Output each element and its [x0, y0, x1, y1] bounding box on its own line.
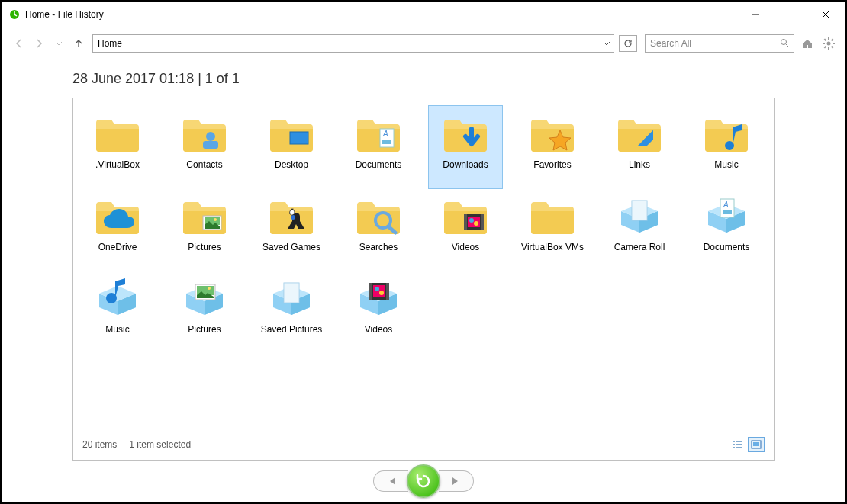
file-item[interactable]: ADocuments [690, 188, 763, 271]
svg-rect-50 [373, 285, 385, 297]
window-title: Home - File History [25, 9, 738, 20]
item-icon [615, 194, 664, 237]
item-label: Downloads [443, 159, 488, 170]
svg-rect-2 [787, 11, 794, 18]
search-input[interactable]: Search All [645, 34, 794, 53]
item-icon [93, 112, 142, 155]
next-version-button[interactable] [439, 470, 474, 492]
item-label: Links [629, 159, 650, 170]
item-icon [528, 112, 577, 155]
status-bar: 20 items 1 item selected [81, 434, 766, 455]
file-item[interactable]: Music [81, 271, 154, 353]
item-label: OneDrive [98, 242, 137, 252]
item-label: Pictures [188, 324, 221, 335]
item-icon [267, 194, 316, 237]
file-item[interactable]: Contacts [168, 106, 241, 188]
icons-view-button[interactable] [748, 437, 765, 452]
svg-rect-32 [481, 214, 484, 230]
file-item[interactable]: Videos [429, 188, 502, 271]
restore-button[interactable] [407, 464, 440, 498]
svg-line-12 [824, 39, 826, 40]
item-label: Contacts [186, 159, 222, 170]
recent-dropdown[interactable] [50, 34, 68, 53]
file-pane: .VirtualBoxContactsDesktopADocumentsDown… [72, 98, 775, 461]
search-icon [780, 38, 789, 50]
item-icon [441, 194, 490, 237]
selection-count: 1 item selected [129, 439, 191, 450]
file-item[interactable]: Links [603, 106, 676, 188]
item-icon [528, 194, 577, 237]
home-icon[interactable] [799, 35, 816, 52]
item-icon [180, 112, 229, 155]
file-item[interactable]: .VirtualBox [81, 106, 154, 188]
svg-point-44 [208, 287, 211, 290]
previous-version-button[interactable] [373, 470, 408, 492]
titlebar: Home - File History [2, 2, 845, 27]
svg-point-27 [291, 215, 295, 220]
svg-point-34 [469, 218, 474, 223]
item-icon [267, 112, 316, 155]
item-icon [354, 194, 403, 237]
svg-rect-31 [464, 214, 467, 230]
file-item[interactable]: Saved Games [255, 188, 328, 271]
file-item[interactable]: Videos [342, 271, 415, 353]
item-label: Music [714, 159, 738, 170]
toolbar: Home Search All [2, 30, 845, 57]
content-area: 28 June 2017 01:18 | 1 of 1 .VirtualBoxC… [2, 57, 845, 461]
item-icon [93, 194, 142, 237]
item-label: Documents [356, 159, 402, 170]
file-history-window: Home - File History Home Search All 28 J… [2, 2, 845, 502]
item-icon [615, 112, 664, 155]
file-item[interactable]: OneDrive [81, 188, 154, 271]
item-label: Documents [704, 242, 750, 252]
items-grid: .VirtualBoxContactsDesktopADocumentsDown… [81, 106, 766, 353]
item-label: Saved Pictures [261, 324, 323, 335]
file-item[interactable]: Favorites [516, 106, 589, 188]
svg-point-5 [781, 39, 787, 44]
file-item[interactable]: VirtualBox VMs [516, 188, 589, 271]
search-placeholder: Search All [650, 38, 691, 49]
svg-rect-37 [632, 201, 647, 220]
file-item[interactable]: Music [690, 106, 763, 188]
svg-point-26 [214, 218, 217, 221]
svg-rect-18 [290, 132, 308, 144]
app-icon [8, 8, 21, 21]
item-count: 20 items [82, 439, 117, 450]
file-item[interactable]: Pictures [168, 188, 241, 271]
svg-text:A: A [723, 201, 729, 209]
svg-point-52 [379, 291, 384, 295]
maximize-button[interactable] [773, 3, 808, 26]
file-item[interactable]: Saved Pictures [255, 271, 328, 353]
svg-line-15 [832, 39, 833, 40]
address-text: Home [93, 38, 600, 49]
item-label: Searches [359, 242, 398, 252]
item-label: Favorites [533, 159, 571, 170]
svg-rect-60 [753, 442, 759, 446]
item-icon [441, 112, 490, 155]
svg-line-13 [832, 47, 833, 48]
item-label: Music [105, 324, 129, 335]
file-item[interactable]: ADocuments [342, 106, 415, 188]
forward-button[interactable] [30, 34, 48, 53]
svg-rect-21 [382, 140, 391, 144]
item-label: Videos [452, 242, 479, 252]
refresh-button[interactable] [619, 35, 637, 52]
details-view-button[interactable] [729, 437, 746, 452]
gear-icon[interactable] [820, 35, 837, 52]
file-item[interactable]: Searches [342, 188, 415, 271]
close-button[interactable] [808, 3, 843, 26]
svg-rect-46 [284, 283, 299, 303]
file-item[interactable]: Camera Roll [603, 188, 676, 271]
address-dropdown-icon[interactable] [600, 35, 614, 52]
file-item[interactable]: Desktop [255, 106, 328, 188]
up-button[interactable] [69, 34, 88, 53]
svg-point-16 [206, 132, 215, 141]
svg-rect-33 [468, 217, 480, 227]
back-button[interactable] [10, 34, 28, 53]
file-item[interactable]: Pictures [168, 271, 241, 353]
address-bar[interactable]: Home [92, 34, 614, 53]
svg-rect-49 [386, 283, 389, 300]
minimize-button[interactable] [738, 3, 773, 26]
item-label: VirtualBox VMs [521, 242, 584, 252]
file-item[interactable]: Downloads [429, 106, 502, 188]
